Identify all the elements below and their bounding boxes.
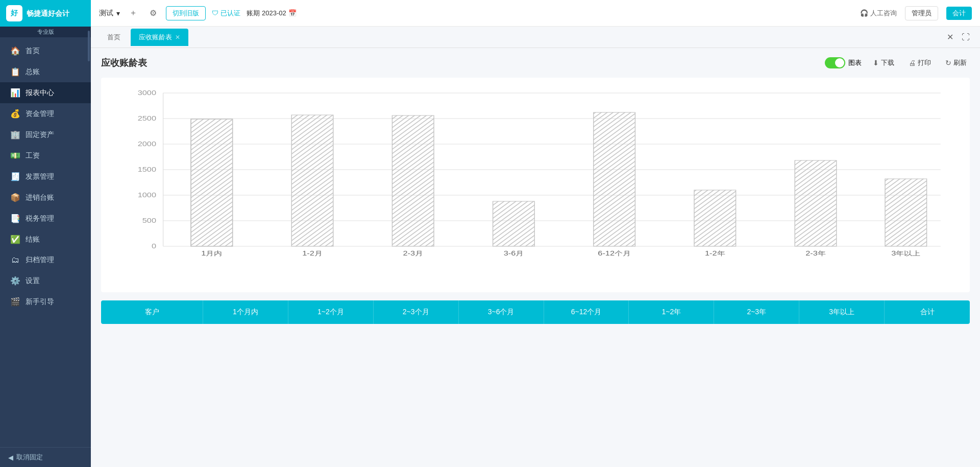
reports-icon: 📊: [10, 88, 20, 98]
main-area: 测试 ▾ ＋ ⚙ 切到旧版 🛡 已认证 账期 2023-02 📅 🎧 人工咨询 …: [91, 0, 980, 467]
svg-rect-29: [795, 160, 837, 246]
print-button[interactable]: 🖨 打印: [905, 56, 934, 69]
page-title: 应收账龄表: [101, 57, 147, 69]
svg-text:1500: 1500: [138, 166, 156, 173]
sidebar-item-label: 归档管理: [26, 255, 54, 265]
shield-icon: 🛡: [212, 9, 218, 17]
tabbar: 首页 应收账龄表 ✕ ✕ ⛶: [91, 27, 980, 48]
app-name: 畅捷通好会计: [27, 9, 69, 18]
user-button[interactable]: 管理员: [905, 6, 938, 20]
close-tab-icon[interactable]: ✕: [175, 34, 180, 41]
sidebar-item-label: 发票管理: [26, 172, 54, 181]
col-3plus-year: 3年以上: [799, 300, 885, 324]
sidebar-item-stockledger[interactable]: 📦 进销台账: [0, 187, 91, 208]
col-1-2month: 1~2个月: [288, 300, 374, 324]
close-period-icon: ✅: [10, 235, 20, 244]
add-project-button[interactable]: ＋: [126, 6, 140, 20]
period-display: 账期 2023-02 📅: [247, 9, 297, 18]
svg-text:3000: 3000: [138, 89, 156, 96]
assets-icon: 🏢: [10, 130, 20, 139]
page-actions: 图表 ⬇ 下载 🖨 打印 ↻ 刷新: [825, 56, 970, 69]
col-1month: 1个月内: [203, 300, 288, 324]
sidebar-item-label: 新手引导: [26, 297, 54, 307]
sidebar-item-archive[interactable]: 🗂 归档管理: [0, 250, 91, 270]
aging-table: 客户 1个月内 1~2个月 2~3个月 3~6个月 6~12个月 1~2年 2~…: [101, 300, 970, 324]
close-all-tabs-button[interactable]: ✕: [945, 30, 955, 44]
pin-icon: ◀: [8, 454, 13, 461]
pin-label: 取消固定: [16, 453, 43, 462]
svg-text:2500: 2500: [138, 115, 156, 122]
certified-text: 已认证: [220, 9, 240, 18]
svg-text:3-6月: 3-6月: [504, 250, 524, 256]
page-header: 应收账龄表 图表 ⬇ 下载 🖨 打印 ↻ 刷新: [101, 56, 970, 69]
stockledger-icon: 📦: [10, 193, 20, 202]
download-button[interactable]: ⬇ 下载: [870, 56, 897, 69]
project-name: 测试: [99, 9, 113, 18]
sidebar-item-home[interactable]: 🏠 首页: [0, 40, 91, 61]
col-3-6month: 3~6个月: [459, 300, 544, 324]
sidebar-item-label: 首页: [26, 46, 40, 56]
sidebar-item-close[interactable]: ✅ 结账: [0, 229, 91, 250]
download-icon: ⬇: [873, 59, 879, 67]
sidebar-item-label: 设置: [26, 276, 40, 286]
logo-text: 畅捷通好会计: [27, 9, 69, 18]
edition-badge: 专业版: [0, 27, 91, 37]
sidebar-item-label: 报表中心: [26, 88, 54, 98]
sidebar-pin-toggle[interactable]: ◀ 取消固定: [0, 447, 91, 467]
expand-tabs-button[interactable]: ⛶: [960, 30, 972, 44]
consult-button[interactable]: 🎧 人工咨询: [860, 9, 897, 18]
consult-label: 人工咨询: [870, 9, 897, 18]
chart-area: 0 500 1000 1500 2000 2500 3000 1月内: [101, 78, 970, 292]
svg-text:6-12个月: 6-12个月: [598, 250, 631, 256]
switch-old-version-button[interactable]: 切到旧版: [166, 6, 206, 20]
tab-label: 应收账龄表: [139, 33, 172, 42]
calendar-icon[interactable]: 📅: [288, 9, 297, 17]
svg-text:2000: 2000: [138, 141, 156, 147]
svg-rect-27: [694, 190, 736, 246]
sidebar-item-assets[interactable]: 🏢 固定资产: [0, 124, 91, 145]
tab-label: 首页: [107, 33, 120, 42]
sidebar-item-guide[interactable]: 🎬 新手引导: [0, 291, 91, 312]
sidebar-item-invoice[interactable]: 🧾 发票管理: [0, 166, 91, 187]
toggle-track[interactable]: [825, 57, 845, 68]
svg-rect-19: [291, 115, 333, 246]
home-icon: 🏠: [10, 46, 20, 56]
svg-rect-21: [392, 115, 434, 246]
topbar-right-area: 🎧 人工咨询 管理员 会计: [860, 6, 972, 20]
refresh-button[interactable]: ↻ 刷新: [942, 56, 970, 69]
sidebar: 好 畅捷通好会计 专业版 🏠 首页 📋 总账 📊 报表中心 💰 资金管理 🏢 固…: [0, 0, 91, 467]
svg-rect-23: [493, 201, 535, 246]
sidebar-item-label: 进销台账: [26, 193, 54, 202]
svg-text:2-3年: 2-3年: [805, 250, 826, 256]
sidebar-item-settings[interactable]: ⚙️ 设置: [0, 270, 91, 291]
settings-button[interactable]: ⚙: [146, 6, 160, 20]
sidebar-item-reports[interactable]: 📊 报表中心: [0, 82, 91, 103]
role-button[interactable]: 会计: [946, 7, 972, 20]
tax-icon: 📑: [10, 214, 20, 223]
svg-text:1月内: 1月内: [201, 250, 222, 256]
period-label: 账期: [247, 9, 260, 18]
sidebar-item-salary[interactable]: 💵 工资: [0, 145, 91, 166]
project-selector[interactable]: 测试 ▾: [99, 9, 120, 18]
svg-rect-17: [191, 119, 233, 246]
sidebar-item-ledger[interactable]: 📋 总账: [0, 61, 91, 82]
headset-icon: 🎧: [860, 9, 868, 17]
col-total: 合计: [885, 300, 970, 324]
tab-aging-report[interactable]: 应收账龄表 ✕: [131, 29, 188, 46]
logo-area: 好 畅捷通好会计: [0, 0, 91, 27]
salary-icon: 💵: [10, 151, 20, 160]
svg-rect-31: [885, 179, 927, 246]
sidebar-item-label: 固定资产: [26, 130, 54, 139]
svg-text:1-2月: 1-2月: [302, 250, 323, 256]
sidebar-item-tax[interactable]: 📑 税务管理: [0, 208, 91, 229]
sidebar-item-label: 总账: [26, 67, 40, 77]
invoice-icon: 🧾: [10, 172, 20, 181]
content-area: 应收账龄表 图表 ⬇ 下载 🖨 打印 ↻ 刷新: [91, 48, 980, 467]
bar-chart: 0 500 1000 1500 2000 2500 3000 1月内: [121, 88, 954, 272]
chart-toggle[interactable]: 图表: [825, 57, 862, 68]
sidebar-item-funds[interactable]: 💰 资金管理: [0, 103, 91, 124]
sidebar-item-label: 工资: [26, 151, 40, 160]
topbar: 测试 ▾ ＋ ⚙ 切到旧版 🛡 已认证 账期 2023-02 📅 🎧 人工咨询 …: [91, 0, 980, 27]
col-2-3month: 2~3个月: [374, 300, 459, 324]
tab-home[interactable]: 首页: [99, 29, 129, 46]
